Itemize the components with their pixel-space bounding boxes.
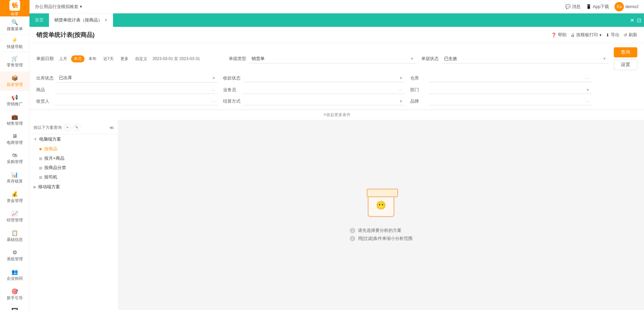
action-buttons: 查询 设置 bbox=[614, 47, 637, 70]
sidebar-item-collab[interactable]: 👥 企业协同 bbox=[0, 265, 29, 285]
help-btn[interactable]: ❓ 帮助 bbox=[551, 32, 567, 38]
tab-close-icon[interactable]: ✕ bbox=[104, 18, 108, 22]
account-dropdown[interactable]: 办公用品行业模拟账套 ▾ bbox=[35, 4, 82, 10]
date-tab-7days[interactable]: 近7天 bbox=[101, 55, 116, 62]
export-label: 导出 bbox=[611, 32, 620, 38]
staff-input[interactable]: ··· bbox=[242, 86, 405, 94]
export-btn[interactable]: ⬇ 导出 bbox=[606, 32, 620, 38]
empty-tip-2-text: 用[过滤]条件来缩小分析范围 bbox=[358, 236, 413, 242]
warehouse-input[interactable]: ··· bbox=[429, 74, 592, 82]
left-panel: 按以下方案查询 + ✎ ≪ ▼ 电脑端方案 bbox=[30, 120, 118, 310]
payment-method-arrow-icon: ▾ bbox=[400, 99, 402, 104]
collapse-label: 收起更多条件 bbox=[326, 112, 351, 118]
sidebar-item-basic-label: 基础信息 bbox=[7, 237, 23, 243]
help-icon: ❓ bbox=[551, 33, 556, 38]
date-tab-this-month[interactable]: 本月 bbox=[71, 55, 85, 62]
doc-type-input[interactable]: 销货单 ▾ bbox=[249, 54, 416, 63]
tabbar-controls: ✕ ⊡ bbox=[627, 13, 644, 27]
edit-scheme-btn[interactable]: ✎ bbox=[73, 124, 80, 131]
search-icon: 🔍 bbox=[11, 19, 18, 25]
empty-tips: 1 请先选择要分析的方案 2 用[过滤]条件来缩小分析范围 bbox=[350, 227, 413, 242]
message-icon: 💬 bbox=[565, 4, 571, 9]
print-label: 按模板打印 bbox=[576, 32, 598, 38]
finance-icon: 💰 bbox=[11, 191, 18, 197]
expand-icon: ▼ bbox=[34, 137, 37, 141]
filter-warehouse: 仓库 ··· bbox=[410, 74, 592, 82]
goods-input[interactable]: ··· bbox=[55, 86, 218, 94]
brand-input[interactable]: ··· bbox=[429, 97, 592, 105]
tree-child-by-category[interactable]: ▦ 按商品分类 bbox=[39, 163, 118, 172]
refresh-btn[interactable]: ↺ 刷新 bbox=[624, 32, 637, 38]
sidebar-nav[interactable]: ⚡ 快捷导航 bbox=[0, 35, 29, 52]
app-download-btn[interactable]: 📱 App下载 bbox=[586, 4, 609, 10]
sidebar-item-basic[interactable]: 📋 基础信息 bbox=[0, 226, 29, 246]
sidebar-item-guide[interactable]: 🎯 新手引导 bbox=[0, 285, 29, 304]
settings-button[interactable]: 设置 bbox=[614, 59, 637, 70]
sidebar-item-purchase[interactable]: 🛍 采购管理 bbox=[0, 149, 29, 168]
sidebar-item-retail-label: 零售管理 bbox=[7, 62, 23, 68]
sidebar-item-apps[interactable]: 🔲 应用中心 bbox=[0, 304, 29, 310]
doc-status-input[interactable]: 已生效 ▾ bbox=[441, 54, 608, 63]
receiver-input[interactable]: ··· bbox=[55, 97, 218, 105]
tree-item-pc[interactable]: ▼ 电脑端方案 bbox=[30, 134, 118, 144]
sidebar-item-wholesale-label: 批发管理 bbox=[7, 82, 23, 88]
empty-tip-1-text: 请先选择要分析的方案 bbox=[358, 227, 401, 234]
dept-input[interactable]: ▾ bbox=[429, 86, 592, 94]
sidebar-item-finance[interactable]: 💰 资金管理 bbox=[0, 188, 29, 207]
sidebar-item-operations[interactable]: 📈 经营管理 bbox=[0, 207, 29, 226]
out-status-input[interactable]: 已出库 ▾ bbox=[56, 73, 218, 83]
payment-status-input[interactable]: ▾ bbox=[243, 74, 405, 82]
tab-home[interactable]: 首页 bbox=[30, 13, 49, 27]
tree-child-by-goods[interactable]: ● 按商品 bbox=[39, 144, 118, 154]
sidebar-item-operations-label: 经营管理 bbox=[7, 217, 23, 223]
tree-child-by-driver[interactable]: ▦ 按司机 bbox=[39, 172, 118, 182]
collapse-panel-icon: ≪ bbox=[109, 125, 114, 130]
payment-method-input[interactable]: ▾ bbox=[243, 97, 405, 105]
date-tab-this-year[interactable]: 本年 bbox=[86, 55, 99, 62]
filter-dept: 部门 ▾ bbox=[410, 86, 592, 94]
out-status-arrow-icon: ▾ bbox=[213, 75, 215, 81]
topbar-right: 💬 消息 📱 App下载 Ea demo2 bbox=[565, 2, 639, 11]
sidebar-item-collab-label: 企业协同 bbox=[7, 276, 23, 281]
expand-icon[interactable]: ⊡ bbox=[637, 17, 641, 23]
collapse-row[interactable]: ∧ 收起更多条件 bbox=[30, 110, 644, 120]
grid-icon-1: ▦ bbox=[39, 156, 42, 161]
export-icon: ⬇ bbox=[606, 33, 609, 38]
query-button[interactable]: 查询 bbox=[614, 47, 637, 57]
tab-sales-stats[interactable]: 销货单统计表（按商品） ✕ bbox=[49, 13, 113, 27]
close-all-icon[interactable]: ✕ bbox=[630, 17, 634, 23]
sidebar-item-retail[interactable]: 🛒 零售管理 bbox=[0, 52, 29, 71]
date-tab-last-month[interactable]: 上月 bbox=[56, 55, 70, 62]
tip-num-2: 2 bbox=[350, 236, 355, 241]
sidebar-search[interactable]: 🔍 搜索菜单 bbox=[0, 16, 29, 35]
sidebar-item-system[interactable]: ⚙ 系统管理 bbox=[0, 246, 29, 265]
filter-row-4: 收货人 ··· 结算方式 ▾ 品牌 bbox=[36, 97, 637, 105]
tree-child-by-month-goods[interactable]: ▦ 按月+商品 bbox=[39, 154, 118, 163]
filter-out-status: 出库状态 已出库 ▾ bbox=[36, 73, 218, 83]
sidebar-item-ecommerce[interactable]: 🖥 电商管理 bbox=[0, 130, 29, 149]
purchase-icon: 🛍 bbox=[12, 152, 17, 158]
message-btn[interactable]: 💬 消息 bbox=[565, 4, 581, 10]
date-tab-custom[interactable]: 自定义 bbox=[132, 55, 150, 62]
sidebar-item-marketing[interactable]: 📢 营销推广 bbox=[0, 91, 29, 110]
main-area: 办公用品行业模拟账套 ▾ 💬 消息 📱 App下载 Ea demo2 首页 bbox=[30, 0, 644, 310]
filter-row-2: 出库状态 已出库 ▾ 收款状态 ▾ 仓库 bbox=[36, 73, 637, 83]
doc-status-value: 已生效 bbox=[444, 56, 457, 62]
sidebar-item-inventory[interactable]: 📊 库存核算 bbox=[0, 168, 29, 188]
tree-item-mobile[interactable]: ▶ 移动端方案 bbox=[30, 182, 118, 192]
filter-payment-status: 收款状态 ▾ bbox=[223, 74, 405, 82]
user-name: demo2 bbox=[625, 4, 639, 9]
sidebar-item-sales[interactable]: 💼 销售管理 bbox=[0, 110, 29, 130]
collapse-panel-btn[interactable]: ≪ bbox=[109, 125, 114, 130]
date-tab-more[interactable]: 更多 bbox=[118, 55, 131, 62]
user-profile[interactable]: Ea demo2 bbox=[614, 2, 639, 11]
sidebar-item-wholesale[interactable]: 📦 批发管理 bbox=[0, 71, 29, 91]
filter-goods: 商品 ··· bbox=[36, 86, 218, 94]
dept-arrow-icon: ▾ bbox=[587, 87, 589, 92]
add-scheme-btn[interactable]: + bbox=[64, 124, 71, 131]
plus-icon: + bbox=[66, 125, 68, 130]
panel-toolbar: 按以下方案查询 + ✎ ≪ bbox=[30, 122, 118, 134]
filter-doc-status: 单据状态 已生效 ▾ bbox=[421, 54, 608, 63]
print-btn[interactable]: 🖨 按模板打印 ▾ bbox=[571, 32, 602, 38]
app-download-label: App下载 bbox=[593, 4, 609, 10]
